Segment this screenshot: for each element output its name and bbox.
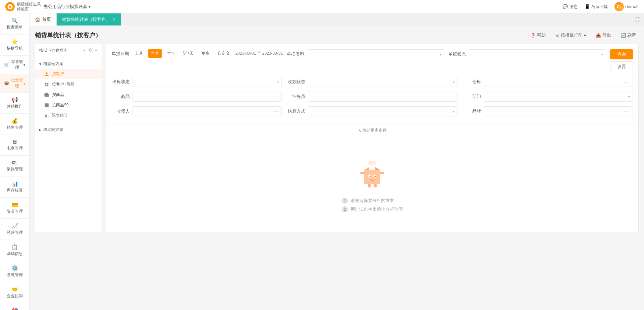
chevron-icon: ▾ bbox=[23, 63, 25, 67]
app-download-btn[interactable]: 📱 App下载 bbox=[585, 4, 608, 10]
date-tab-this-year[interactable]: 本年 bbox=[164, 49, 178, 58]
sidebar-item-search-menu[interactable]: 🔍 搜索菜单 bbox=[0, 13, 29, 35]
brand-input[interactable]: ··· bbox=[484, 106, 633, 116]
warehouse-input[interactable]: ··· bbox=[484, 77, 633, 87]
logo-text: 畅捷信好生意 标签页 bbox=[17, 2, 41, 11]
scheme-item-customer-product[interactable]: 按客户+商品 bbox=[35, 79, 102, 90]
filter-panel: 单据日期 上月 本月 本年 近7天 更多 自定义 2023-03-01 至 20… bbox=[106, 44, 639, 233]
box-icon bbox=[44, 92, 49, 98]
scheme-item-by-customer[interactable]: 按客户 bbox=[35, 69, 102, 79]
recipient-input[interactable]: ··· bbox=[132, 106, 282, 116]
tab-minimize-btn[interactable]: — bbox=[623, 15, 631, 23]
basic-icon: 📋 bbox=[3, 244, 26, 250]
tab-maximize-btn[interactable]: ⛶ bbox=[633, 15, 641, 23]
warehouse-dots: ··· bbox=[624, 79, 630, 85]
newbie-icon: 🎯 bbox=[3, 307, 26, 310]
scheme-settings-btn[interactable]: ⚙ bbox=[89, 47, 93, 53]
brand-dots: ··· bbox=[624, 109, 630, 114]
svg-point-7 bbox=[370, 175, 371, 177]
help-btn[interactable]: ❓ 帮助 bbox=[528, 31, 548, 40]
date-tab-this-month[interactable]: 本月 bbox=[148, 49, 162, 58]
enterprise-icon: 🤝 bbox=[3, 286, 26, 293]
sidebar-item-finance[interactable]: 💳 资金管理 bbox=[0, 198, 29, 219]
product-input[interactable]: ··· bbox=[132, 92, 282, 102]
department-label: 部门 bbox=[463, 94, 481, 100]
svg-rect-12 bbox=[380, 172, 384, 174]
ops-icon: 📈 bbox=[3, 223, 26, 229]
date-tab-custom[interactable]: 自定义 bbox=[215, 49, 233, 58]
user-icon bbox=[44, 71, 49, 77]
sidebar-item-newbie[interactable]: 🎯 新手引导 bbox=[0, 303, 29, 310]
message-btn[interactable]: 💬 消息 bbox=[562, 4, 578, 10]
salesman-input[interactable]: ··· bbox=[308, 92, 457, 102]
sidebar-item-retail[interactable]: 🛒 零售管理 ▾ bbox=[0, 56, 29, 74]
sidebar-item-marketing[interactable]: 📢 营销推广 bbox=[0, 93, 29, 114]
order-status-arrow: ▾ bbox=[601, 53, 603, 56]
export-btn[interactable]: 📤 导出 bbox=[593, 31, 614, 40]
recipient-cell: 收货人 ··· bbox=[112, 106, 282, 116]
date-tab-last7[interactable]: 近7天 bbox=[180, 49, 197, 58]
avatar: Ea bbox=[614, 2, 624, 11]
help-icon: ❓ bbox=[530, 33, 536, 38]
svg-rect-11 bbox=[360, 172, 365, 174]
payment-status-arrow: ▾ bbox=[453, 80, 454, 84]
svg-rect-4 bbox=[364, 170, 380, 184]
sidebar-item-operations[interactable]: 📈 经营管理 bbox=[0, 219, 29, 240]
print-btn[interactable]: 🖨 按模板打印 ▾ bbox=[552, 31, 589, 40]
scheme-add-btn[interactable]: ＋ bbox=[82, 47, 87, 53]
home-icon: 🏠 bbox=[35, 17, 40, 22]
scheme-group-desktop-header[interactable]: ▾ 电脑端方案 bbox=[35, 59, 102, 69]
collapse-icon: ∧ bbox=[358, 128, 361, 133]
svg-point-2 bbox=[368, 161, 373, 164]
retail-icon: 🛒 bbox=[4, 62, 9, 67]
department-input[interactable]: ▾ bbox=[484, 92, 633, 102]
salesman-cell: 业务员 ··· bbox=[287, 92, 457, 102]
tab-sales-stat[interactable]: 销货单统计表（按客户） ✕ bbox=[57, 13, 121, 25]
tab-bar: 🏠 首页 销货单统计表（按客户） ✕ — ⛶ bbox=[30, 13, 644, 25]
sidebar-item-basic[interactable]: 📋 基础信息 bbox=[0, 240, 29, 261]
sidebar-item-quick-nav[interactable]: ⭐ 快捷导航 bbox=[0, 35, 29, 56]
purchase-icon: 🛍 bbox=[3, 160, 26, 166]
date-tab-more[interactable]: 更多 bbox=[199, 49, 213, 58]
date-tab-last-month[interactable]: 上月 bbox=[132, 49, 146, 58]
sidebar-item-purchase[interactable]: 🛍 采购管理 bbox=[0, 156, 29, 176]
main-panel: 按以下方案查询 ＋ ⚙ « ▾ 电脑端方案 bbox=[35, 44, 639, 233]
scheme-item-product-99[interactable]: 按商品99 bbox=[35, 100, 102, 110]
sidebar-item-sales[interactable]: 💰 销售管理 bbox=[0, 114, 29, 135]
scheme-collapse-btn[interactable]: « bbox=[95, 47, 98, 53]
refresh-btn[interactable]: 🔄 刷新 bbox=[618, 31, 639, 40]
page-header: 销货单统计表（按客户） ❓ 帮助 🖨 按模板打印 ▾ 📤 导出 bbox=[35, 31, 639, 40]
scheme-item-return[interactable]: 退货统计 bbox=[35, 110, 102, 121]
system-selector[interactable]: 办公用品行业模拟账套 ▾ bbox=[44, 4, 91, 10]
scheme-header-icons: ＋ ⚙ « bbox=[82, 47, 98, 53]
order-status-input[interactable]: ▾ bbox=[469, 49, 606, 59]
tab-close-btn[interactable]: ✕ bbox=[112, 17, 115, 22]
export-icon: 📤 bbox=[596, 33, 601, 38]
system-icon: ⚙️ bbox=[3, 265, 26, 271]
sidebar-item-wholesale[interactable]: 📦 批发管理 ▴ bbox=[0, 74, 29, 93]
svg-rect-10 bbox=[374, 184, 377, 188]
brand-cell: 品牌 ··· bbox=[463, 106, 633, 116]
finance-icon: 💳 bbox=[3, 202, 26, 208]
query-btn[interactable]: 查询 bbox=[610, 49, 633, 59]
tab-home[interactable]: 🏠 首页 bbox=[30, 13, 57, 25]
recipient-label: 收货人 bbox=[112, 108, 130, 114]
order-type-input[interactable]: ▾ bbox=[307, 49, 444, 59]
settlement-input[interactable]: ▾ bbox=[308, 106, 457, 116]
sales-icon: 💰 bbox=[3, 118, 26, 124]
sidebar-item-ecommerce[interactable]: 🖥 电商管理 bbox=[0, 135, 29, 156]
date-range: 2023-03-01 至 2023-03-31 bbox=[235, 51, 283, 56]
scheme-group-mobile-header[interactable]: ▸ 移动端方案 bbox=[35, 125, 102, 135]
collapse-btn[interactable]: ∧ 收起更多条件 bbox=[354, 126, 391, 135]
sidebar-item-enterprise[interactable]: 🤝 企业协同 bbox=[0, 282, 29, 303]
user-menu[interactable]: Ea demo2 bbox=[614, 2, 639, 11]
out-status-label: 出库状态 bbox=[112, 79, 130, 85]
out-status-input[interactable]: ▾ bbox=[132, 77, 282, 87]
sidebar-item-inventory[interactable]: 📊 库存核算 bbox=[0, 176, 29, 198]
settings-btn[interactable]: 设置 bbox=[610, 61, 633, 72]
scheme-item-by-product[interactable]: 按商品 bbox=[35, 90, 102, 100]
sidebar-item-system[interactable]: ⚙️ 系统管理 bbox=[0, 261, 29, 282]
star-icon: ⭐ bbox=[3, 39, 26, 45]
payment-status-input[interactable]: ▾ bbox=[308, 77, 457, 87]
warehouse-cell: 仓库 ··· bbox=[463, 77, 633, 87]
